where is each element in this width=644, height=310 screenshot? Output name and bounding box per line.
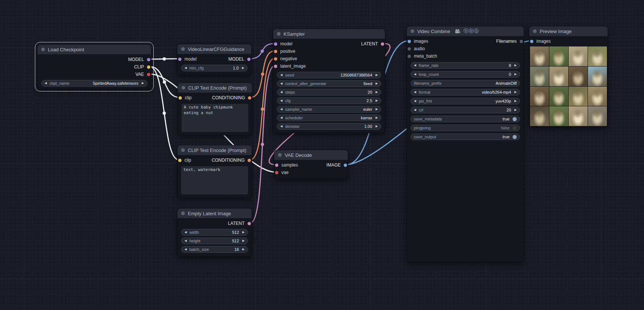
node-load-checkpoint[interactable]: Load CheckpointMODELCLIPVAE◀ckpt_nameSpi… bbox=[37, 44, 151, 89]
samples-input-port[interactable] bbox=[275, 164, 278, 167]
batch_size-widget[interactable]: ◀batch_size16▶ bbox=[181, 246, 248, 253]
collapse-dot-icon[interactable] bbox=[181, 47, 185, 51]
decrement-arrow-icon[interactable]: ◀ bbox=[184, 239, 187, 242]
decrement-arrow-icon[interactable]: ◀ bbox=[280, 82, 282, 85]
node-ksampler[interactable]: KSamplermodelLATENTpositivenegativelaten… bbox=[273, 29, 385, 133]
positive-input-port[interactable] bbox=[274, 50, 277, 53]
collapse-dot-icon[interactable] bbox=[533, 29, 537, 33]
increment-arrow-icon[interactable]: ▶ bbox=[376, 74, 378, 77]
link-midpoint-dot[interactable] bbox=[261, 72, 264, 76]
increment-arrow-icon[interactable]: ▶ bbox=[242, 239, 245, 242]
filename_prefix-widget[interactable]: filename_prefixAnimateDiff bbox=[411, 80, 520, 87]
increment-arrow-icon[interactable]: ▶ bbox=[514, 109, 517, 112]
increment-arrow-icon[interactable]: ▶ bbox=[142, 82, 144, 85]
collapse-dot-icon[interactable] bbox=[41, 48, 45, 51]
LATENT-output-port[interactable] bbox=[381, 42, 384, 46]
model-input-port[interactable] bbox=[178, 58, 182, 61]
increment-arrow-icon[interactable]: ▶ bbox=[376, 91, 378, 94]
vae-input-port[interactable] bbox=[275, 171, 278, 174]
collapse-dot-icon[interactable] bbox=[182, 86, 185, 90]
node-header[interactable]: CLIP Text Encode (Prompt) bbox=[178, 83, 252, 93]
link-midpoint-dot[interactable] bbox=[163, 80, 166, 84]
decrement-arrow-icon[interactable]: ◀ bbox=[280, 116, 282, 119]
increment-arrow-icon[interactable]: ▶ bbox=[514, 64, 517, 67]
decrement-arrow-icon[interactable]: ◀ bbox=[280, 108, 282, 111]
collapse-dot-icon[interactable] bbox=[181, 211, 185, 215]
sampler_name-widget[interactable]: ◀sampler_nameeuler▶ bbox=[277, 106, 381, 113]
node-preview-image[interactable]: Preview Imageimages bbox=[529, 26, 608, 127]
scheduler-widget[interactable]: ◀schedulerkarras▶ bbox=[277, 114, 381, 121]
decrement-arrow-icon[interactable]: ◀ bbox=[414, 109, 416, 112]
increment-arrow-icon[interactable]: ▶ bbox=[242, 248, 245, 251]
meta_batch-input-port[interactable] bbox=[408, 55, 411, 58]
seed-widget[interactable]: ◀seed13508687388564▶ bbox=[277, 72, 381, 78]
control_after_generate-widget[interactable]: ◀control_after_generatefixed▶ bbox=[277, 80, 381, 87]
MODEL-output-port[interactable] bbox=[247, 58, 251, 61]
pingpong-widget[interactable]: pingpongfalse bbox=[411, 125, 520, 131]
node-video-combine[interactable]: Video CombineⓋⒽⓈimagesFilenamesaudiometa… bbox=[406, 26, 524, 262]
node-vae-decode[interactable]: VAE DecodesamplesIMAGEvae bbox=[274, 150, 348, 179]
CONDITIONING-output-port[interactable] bbox=[248, 159, 251, 162]
frame_rate-widget[interactable]: ◀frame_rate8▶ bbox=[411, 62, 520, 69]
node-header[interactable]: CLIP Text Encode (Prompt) bbox=[177, 145, 252, 155]
collapse-dot-icon[interactable] bbox=[278, 153, 282, 157]
height-widget[interactable]: ◀height512▶ bbox=[181, 238, 248, 244]
audio-input-port[interactable] bbox=[408, 47, 411, 51]
crf-widget[interactable]: ◀crf20▶ bbox=[411, 107, 520, 113]
node-header[interactable]: Video CombineⓋⒽⓈ bbox=[407, 26, 524, 36]
node-header[interactable]: VideoLinearCFGGuidance bbox=[177, 44, 251, 54]
node-header[interactable]: Preview Image bbox=[529, 26, 608, 36]
decrement-arrow-icon[interactable]: ◀ bbox=[280, 91, 282, 94]
Filenames-output-port[interactable] bbox=[520, 40, 523, 43]
min_cfg-widget[interactable]: ◀min_cfg1.0▶ bbox=[181, 65, 248, 71]
collapse-dot-icon[interactable] bbox=[411, 29, 414, 33]
increment-arrow-icon[interactable]: ▶ bbox=[514, 100, 517, 103]
link-midpoint-dot[interactable] bbox=[261, 107, 264, 111]
decrement-arrow-icon[interactable]: ◀ bbox=[184, 248, 187, 251]
toggle-on-icon[interactable] bbox=[513, 135, 517, 139]
images-input-port[interactable] bbox=[530, 40, 533, 43]
node-clip-text-1[interactable]: CLIP Text Encode (Prompt)clipCONDITIONIN… bbox=[177, 83, 252, 135]
link-midpoint-dot[interactable] bbox=[163, 112, 166, 115]
width-widget[interactable]: ◀width512▶ bbox=[181, 229, 248, 236]
IMAGE-output-port[interactable] bbox=[344, 164, 347, 167]
save_output-widget[interactable]: save_outputtrue bbox=[411, 133, 520, 140]
images-input-port[interactable] bbox=[408, 40, 411, 43]
decrement-arrow-icon[interactable]: ◀ bbox=[414, 73, 416, 76]
latent_image-input-port[interactable] bbox=[274, 65, 277, 68]
increment-arrow-icon[interactable]: ▶ bbox=[514, 73, 517, 76]
increment-arrow-icon[interactable]: ▶ bbox=[376, 116, 378, 119]
increment-arrow-icon[interactable]: ▶ bbox=[376, 82, 378, 85]
collapse-dot-icon[interactable] bbox=[277, 32, 281, 36]
LATENT-output-port[interactable] bbox=[248, 222, 251, 225]
ckpt_name-widget[interactable]: ◀ckpt_nameSpiritedAway.safetensors▶ bbox=[41, 80, 147, 87]
node-video-cfg[interactable]: VideoLinearCFGGuidancemodelMODEL◀min_cfg… bbox=[177, 44, 252, 75]
decrement-arrow-icon[interactable]: ◀ bbox=[184, 67, 187, 70]
VAE-output-port[interactable] bbox=[147, 73, 150, 76]
clip-input-port[interactable] bbox=[178, 159, 182, 162]
negative-input-port[interactable] bbox=[274, 57, 277, 61]
decrement-arrow-icon[interactable]: ◀ bbox=[414, 64, 416, 67]
toggle-on-icon[interactable] bbox=[513, 117, 517, 121]
decrement-arrow-icon[interactable]: ◀ bbox=[280, 74, 282, 77]
CONDITIONING-output-port[interactable] bbox=[248, 96, 251, 100]
node-graph-canvas[interactable]: Load CheckpointMODELCLIPVAE◀ckpt_nameSpi… bbox=[0, 0, 644, 310]
increment-arrow-icon[interactable]: ▶ bbox=[376, 125, 378, 128]
CLIP-output-port[interactable] bbox=[147, 65, 150, 69]
prompt-text-input[interactable]: text, watermark bbox=[181, 166, 248, 194]
decrement-arrow-icon[interactable]: ◀ bbox=[280, 99, 282, 102]
save_metadata-widget[interactable]: save_metadatatrue bbox=[411, 116, 520, 122]
node-header[interactable]: Load Checkpoint bbox=[37, 45, 151, 54]
cfg-widget[interactable]: ◀cfg2.5▶ bbox=[277, 97, 381, 104]
prompt-text-input[interactable]: A cute baby chipmunk eating a nut bbox=[182, 104, 248, 132]
increment-arrow-icon[interactable]: ▶ bbox=[242, 231, 245, 234]
node-header[interactable]: Empty Latent Image bbox=[177, 209, 252, 218]
MODEL-output-port[interactable] bbox=[147, 58, 150, 61]
increment-arrow-icon[interactable]: ▶ bbox=[376, 108, 378, 111]
decrement-arrow-icon[interactable]: ◀ bbox=[414, 91, 416, 94]
increment-arrow-icon[interactable]: ▶ bbox=[514, 91, 517, 94]
steps-widget[interactable]: ◀steps20▶ bbox=[277, 89, 381, 96]
decrement-arrow-icon[interactable]: ◀ bbox=[184, 231, 187, 234]
node-header[interactable]: KSampler bbox=[273, 29, 385, 39]
collapse-dot-icon[interactable] bbox=[181, 148, 185, 152]
